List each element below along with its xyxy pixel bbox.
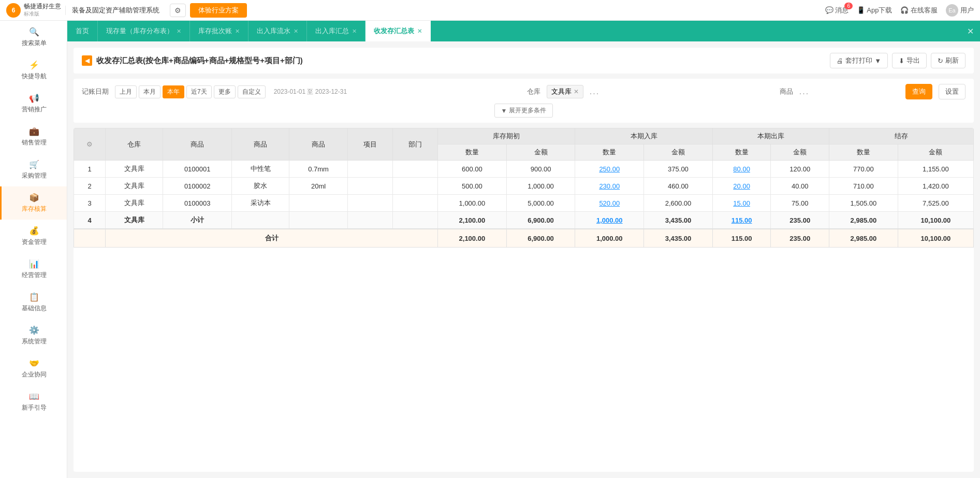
footer-init-qty: 2,100.00	[438, 229, 507, 248]
notification-icon: 💬	[825, 6, 833, 14]
tab-close-icon[interactable]: ✕	[235, 28, 240, 35]
sidebar-item-operations[interactable]: 📊 经营管理	[0, 253, 67, 286]
expand-conditions-button[interactable]: ▼ 展开更多条件	[494, 104, 553, 118]
tab-flow[interactable]: 出入库流水 ✕	[248, 21, 307, 41]
sidebar-item-marketing[interactable]: 📢 营销推广	[0, 87, 67, 120]
print-button[interactable]: 🖨 套打打印 ▼	[830, 53, 888, 68]
collapse-button[interactable]: ◀	[82, 55, 92, 66]
date-range: 2023-01-01 至 2023-12-31	[274, 88, 347, 96]
col-project: 项目	[347, 128, 392, 161]
warehouse-tag-close[interactable]: ✕	[574, 88, 579, 95]
col-code: 商品	[163, 128, 232, 161]
tab-label: 出入库流水	[257, 26, 290, 36]
refresh-button[interactable]: ↻ 刷新	[931, 53, 966, 68]
table-header-row-1: ⚙ 仓库 商品 商品 商品 项目 部门 库存期初 本期入库 本期出库 结存	[74, 128, 974, 144]
user-area[interactable]: Ea 用户	[946, 4, 974, 17]
row-bal-qty: 770.00	[829, 161, 898, 178]
close-all-tabs-button[interactable]: ✕	[961, 26, 980, 36]
col-bal-amt: 金额	[898, 144, 973, 161]
refresh-icon: ↻	[938, 57, 943, 65]
row-in-qty[interactable]: 520.00	[575, 195, 644, 212]
megaphone-icon: 📢	[29, 93, 39, 103]
row-init-qty: 600.00	[438, 161, 507, 178]
row-out-qty[interactable]: 80.00	[712, 161, 771, 178]
notification-area[interactable]: 💬 消息 6	[825, 6, 849, 15]
sidebar-item-inventory[interactable]: 📦 库存核算	[0, 186, 67, 220]
sidebar-item-purchase[interactable]: 🛒 采购管理	[0, 153, 67, 186]
settings-button[interactable]: 设置	[939, 84, 966, 99]
sidebar-item-finance[interactable]: 💰 资金管理	[0, 220, 67, 253]
money-icon: 💰	[29, 226, 39, 236]
row-in-qty[interactable]: 230.00	[575, 178, 644, 195]
row-out-amt: 75.00	[771, 195, 829, 212]
sidebar-item-enterprise[interactable]: 🤝 企业协同	[0, 352, 67, 385]
tab-close-icon[interactable]: ✕	[294, 28, 298, 35]
header-left: 6 畅捷通好生意 标准版 装备及固定资产辅助管理系统 ⚙ 体验行业方案	[6, 3, 247, 18]
row-bal-amt: 1,420.00	[898, 178, 973, 195]
footer-out-qty: 115.00	[712, 229, 771, 248]
date-btn-custom[interactable]: 自定义	[238, 85, 266, 98]
product-more-button[interactable]: ...	[799, 87, 809, 96]
row-out-amt: 120.00	[771, 161, 829, 178]
warehouse-more-button[interactable]: ...	[590, 87, 599, 96]
chart-icon: 📊	[29, 259, 39, 269]
sidebar-item-search[interactable]: 🔍 搜索菜单	[0, 21, 67, 54]
sidebar-item-basic-info[interactable]: 📋 基础信息	[0, 286, 67, 319]
row-project	[347, 195, 392, 212]
sidebar-item-system[interactable]: ⚙️ 系统管理	[0, 319, 67, 352]
footer-label: 合计	[106, 229, 438, 248]
date-btn-this-month[interactable]: 本月	[139, 85, 160, 98]
col-bal-qty: 数量	[829, 144, 898, 161]
export-button[interactable]: ⬇ 导出	[892, 53, 927, 68]
tab-batch[interactable]: 库存批次账 ✕	[190, 21, 248, 41]
sidebar-item-label: 资金管理	[22, 238, 47, 247]
sidebar-item-quicknav[interactable]: ⚡ 快捷导航	[0, 54, 67, 87]
sidebar-item-label: 营销推广	[22, 105, 47, 114]
col-init-amt: 金额	[506, 144, 575, 161]
date-btn-this-year[interactable]: 本年	[163, 85, 184, 98]
footer-bal-qty: 2,985.00	[829, 229, 898, 248]
dropdown-icon: ▼	[874, 57, 881, 65]
page-header: ◀ 收发存汇总表(按仓库+商品编码+商品+规格型号+项目+部门) 🖨 套打打印 …	[74, 48, 974, 74]
tab-receipt-summary[interactable]: 收发存汇总表 ✕	[365, 21, 431, 41]
sidebar-item-sales[interactable]: 💼 销售管理	[0, 120, 67, 153]
tab-summary[interactable]: 出入库汇总 ✕	[307, 21, 365, 41]
subtotal-in-qty[interactable]: 1,000.00	[575, 212, 644, 229]
row-code: 0100003	[163, 195, 232, 212]
col-spec: 商品	[289, 128, 348, 161]
subtotal-col	[347, 212, 392, 229]
date-btn-last-month[interactable]: 上月	[115, 85, 137, 98]
app-download[interactable]: 📱 App下载	[857, 6, 892, 15]
col-settings[interactable]: ⚙	[74, 128, 106, 161]
col-in-amt: 金额	[644, 144, 713, 161]
col-out-qty: 数量	[712, 144, 771, 161]
tab-close-icon[interactable]: ✕	[177, 28, 181, 35]
subtotal-row: 4 文具库 小计 2,100.00 6,900.00 1,000.00 3,43…	[74, 212, 974, 229]
row-out-qty[interactable]: 20.00	[712, 178, 771, 195]
row-warehouse: 文具库	[106, 178, 163, 195]
query-button[interactable]: 查询	[905, 84, 932, 99]
col-in-qty: 数量	[575, 144, 644, 161]
row-in-qty[interactable]: 250.00	[575, 161, 644, 178]
trial-button[interactable]: 体验行业方案	[190, 3, 247, 18]
tab-home[interactable]: 首页	[67, 21, 98, 41]
tab-stock-distribution[interactable]: 现存量（库存分布表） ✕	[98, 21, 190, 41]
subtotal-in-amt: 3,435.00	[644, 212, 713, 229]
table-container: ⚙ 仓库 商品 商品 商品 项目 部门 库存期初 本期入库 本期出库 结存	[74, 128, 974, 472]
search-icon: 🔍	[29, 27, 39, 37]
sidebar-item-guide[interactable]: 📖 新手引导	[0, 385, 67, 418]
subtotal-out-qty[interactable]: 115.00	[712, 212, 771, 229]
gear-button[interactable]: ⚙	[170, 4, 186, 17]
date-btn-7days[interactable]: 近7天	[186, 85, 212, 98]
col-out-amt: 金额	[771, 144, 829, 161]
table-row: 3 文具库 0100003 采访本 1,000.00 5,000.00 520.…	[74, 195, 974, 212]
tab-label: 收发存汇总表	[374, 26, 414, 36]
col-init-qty: 数量	[438, 144, 507, 161]
product-filter-label: 商品	[780, 87, 793, 96]
row-out-qty[interactable]: 15.00	[712, 195, 771, 212]
online-service[interactable]: 🎧 在线客服	[900, 6, 938, 15]
tab-close-icon[interactable]: ✕	[417, 28, 422, 35]
tab-close-icon[interactable]: ✕	[352, 28, 357, 35]
date-btn-more[interactable]: 更多	[214, 85, 236, 98]
tab-label: 库存批次账	[198, 26, 232, 36]
